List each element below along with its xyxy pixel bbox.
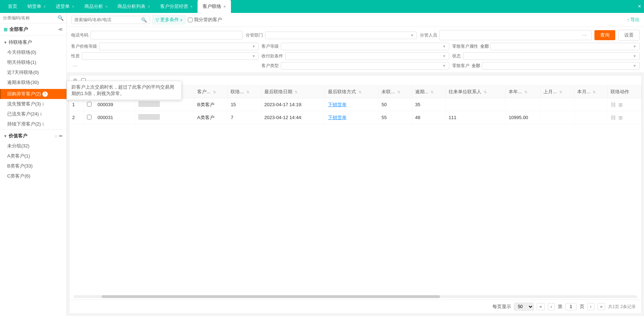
sidebar-search-icon[interactable]: 🔍 — [57, 15, 64, 21]
sidebar-item-a-class[interactable]: A类客户(1) — [0, 151, 66, 161]
next-page-button[interactable]: › — [587, 303, 594, 310]
search-icon[interactable]: 🔍 — [141, 17, 147, 23]
close-sales-icon[interactable]: × — [43, 4, 46, 9]
churn-warning-info-icon[interactable]: ℹ — [42, 102, 44, 107]
col-this-year-sort-icon[interactable]: ⇅ — [524, 90, 527, 94]
close-segment-icon[interactable]: × — [190, 4, 193, 9]
phone-input[interactable] — [91, 31, 243, 39]
customer-type-filter: 客户类型 ▼ — [261, 62, 449, 70]
prev-page-button[interactable]: ‹ — [548, 303, 555, 310]
pending-group-title[interactable]: ▼ 待联络客户 — [0, 37, 66, 47]
retail-customer-select[interactable]: ▼ — [482, 62, 640, 70]
close-analysis-icon[interactable]: × — [105, 4, 107, 9]
last-method-link[interactable]: 下销货单 — [328, 102, 347, 107]
cell-this-month — [574, 98, 607, 111]
sidebar-item-today[interactable]: 今天待联络(0) — [0, 47, 66, 57]
col-last-month-sort-icon[interactable]: ⇅ — [559, 90, 562, 94]
close-contact-icon[interactable]: × — [223, 4, 226, 9]
nav-item-purchase[interactable]: 进货单 × — [51, 0, 79, 13]
action-grid-icon[interactable]: ⊞ — [618, 102, 623, 108]
status-select[interactable]: ▼ — [463, 52, 640, 60]
more-dots-icon[interactable]: ··· — [71, 63, 79, 69]
top-navigation: 首页 销货单 × 进货单 × 商品分析 × 商品分析列表 × 客户分层经营 × … — [0, 0, 644, 13]
col-overdue-sort-icon[interactable]: ⇅ — [431, 90, 434, 94]
total-records-text: 共1页 2条记录 — [608, 304, 636, 310]
cell-last-method: 下销货单 — [325, 98, 378, 111]
retail-attr-select[interactable]: ▼ — [490, 43, 640, 50]
sidebar-item-churned[interactable]: 已流失客户(24) ℹ — [0, 109, 66, 119]
horizontal-scrollbar-thumb[interactable] — [102, 295, 440, 298]
query-button[interactable]: 查询 — [594, 30, 615, 40]
sidebar-item-abnormal[interactable]: 回购异常客户(2) ? — [0, 89, 66, 99]
table-scroll-wrap[interactable]: 客户编码 ⇅ 客户名称 ⇅ 客户... ⇅ — [69, 86, 641, 294]
page-number-input[interactable] — [565, 303, 577, 310]
my-customer-checkbox[interactable] — [188, 18, 193, 22]
col-contact-count-sort-icon[interactable]: ⇅ — [246, 90, 249, 94]
nav-item-customer-contact[interactable]: 客户联络 × — [198, 0, 231, 13]
value-group-title[interactable]: ▼ 价值客户 ○ ✏ — [0, 131, 66, 141]
sidebar-item-declining[interactable]: 持续下滑客户(2) ℹ — [0, 119, 66, 129]
nav-item-analysis-list[interactable]: 商品分析列表 × — [112, 0, 155, 13]
last-method-link[interactable]: 下销货单 — [328, 115, 347, 120]
col-contact2-sort-icon[interactable]: ⇅ — [484, 90, 487, 94]
col-this-month-sort-icon[interactable]: ⇅ — [593, 90, 596, 94]
col-last-date-sort-icon[interactable]: ⇅ — [295, 90, 297, 94]
sidebar-item-tomorrow[interactable]: 明天待联络(1) — [0, 57, 66, 67]
action-icons-group: ⛓ ⊞ — [611, 102, 638, 108]
cell-overdue: 48 — [412, 111, 445, 124]
first-page-button[interactable]: « — [537, 303, 545, 310]
page-size-select[interactable]: 50 100 — [514, 303, 534, 311]
value-group-edit-icons: ○ ✏ — [55, 133, 63, 139]
setting-button[interactable]: 设置 — [618, 30, 640, 41]
horizontal-scrollbar-track[interactable] — [74, 295, 637, 298]
col-type-sort-icon[interactable]: ⇅ — [213, 90, 216, 94]
col-last-month: 上月... ⇅ — [541, 86, 574, 98]
nav-item-analysis[interactable]: 商品分析 × — [79, 0, 112, 13]
gender-filter: 性质 ▼ — [71, 52, 259, 60]
col-uncontacted-sort-icon[interactable]: ⇅ — [397, 90, 400, 94]
churned-info-icon[interactable]: ℹ — [40, 112, 42, 117]
pay-term-select[interactable]: ▼ — [285, 52, 449, 60]
tooltip-box: 距客户上次交易时长，超过了此客户的平均交易周期的1.5倍，则视为异常。 — [67, 81, 182, 100]
cell-this-year — [506, 98, 541, 111]
sidebar-item-churn-warning[interactable]: 流失预警客户(3) ℹ — [0, 99, 66, 109]
row-checkbox[interactable] — [87, 115, 92, 119]
row-checkbox[interactable] — [87, 102, 92, 107]
sidebar-item-overdue[interactable]: 逾期未联络(30) — [0, 77, 66, 88]
more-conditions-button[interactable]: ▽ 更多条件 ∧ — [152, 15, 186, 24]
sidebar-item-c-class[interactable]: C类客户(6) — [0, 171, 66, 181]
sidebar-item-b-class[interactable]: B类客户(33) — [0, 161, 66, 171]
nav-item-home[interactable]: 首页 — [3, 0, 22, 13]
close-purchase-icon[interactable]: × — [72, 4, 74, 9]
retail-attr-filter: 零散客户属性 全部 ▼ — [452, 43, 640, 50]
declining-info-icon[interactable]: ℹ — [42, 122, 44, 127]
customer-type-select[interactable]: ▼ — [281, 62, 449, 70]
abnormal-info-icon[interactable]: ? — [42, 91, 48, 97]
last-page-button[interactable]: » — [597, 303, 606, 310]
cell-uncontacted: 50 — [379, 98, 412, 111]
filter-row-3: 性质 ▼ 收付款条件 ▼ 状态 — [71, 52, 640, 60]
edit-icon[interactable]: ✏ — [59, 133, 63, 139]
customer-grade-select[interactable]: ▼ — [281, 43, 449, 50]
nav-item-sales[interactable]: 销货单 × — [22, 0, 51, 13]
sidebar-item-7days[interactable]: 近7天待联络(0) — [0, 67, 66, 77]
close-analysis-list-icon[interactable]: × — [148, 4, 150, 9]
dept-select[interactable]: ▼ — [265, 32, 417, 39]
collapse-btn[interactable]: ≪ — [58, 27, 63, 32]
customer-grade-dropdown-icon: ▼ — [443, 44, 446, 48]
col-last-method-sort-icon[interactable]: ⇅ — [358, 90, 361, 94]
export-button[interactable]: ↑ 导出 — [627, 16, 640, 23]
circle-icon[interactable]: ○ — [55, 133, 57, 139]
search-input[interactable] — [74, 17, 141, 22]
person-dots-icon[interactable]: ··· — [581, 32, 588, 38]
price-grade-select[interactable]: ▼ — [99, 43, 259, 50]
window-close-button[interactable]: × — [638, 3, 641, 10]
action-link-icon[interactable]: ⛓ — [611, 102, 616, 108]
person-select[interactable]: ··· — [439, 30, 592, 40]
nav-item-customer-segment[interactable]: 客户分层经营 × — [155, 0, 198, 13]
action-grid-icon[interactable]: ⊞ — [618, 115, 623, 121]
gender-select[interactable]: ▼ — [82, 52, 259, 60]
sidebar-search-input[interactable] — [3, 15, 57, 20]
action-link-icon[interactable]: ⛓ — [611, 115, 616, 121]
sidebar-item-ungrouped[interactable]: 未分组(32) — [0, 141, 66, 151]
